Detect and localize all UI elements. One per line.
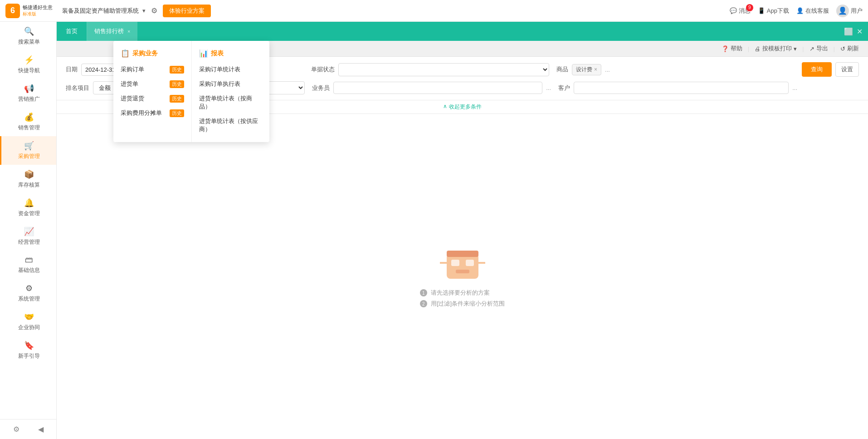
sidebar-item-basic-info[interactable]: 🗃 基础信息 xyxy=(0,251,56,279)
voucher-status-select[interactable] xyxy=(338,63,549,76)
menu-item-incoming-stat-supplier[interactable]: 进货单统计表（按供应商） xyxy=(192,114,270,137)
tab-home[interactable]: 首页 xyxy=(57,22,87,41)
sidebar-item-inventory[interactable]: 📦 库存核算 xyxy=(0,165,56,193)
empty-illustration xyxy=(440,242,485,283)
export-action[interactable]: ↗ 导出 xyxy=(809,44,828,53)
svg-rect-3 xyxy=(466,260,474,266)
empty-svg xyxy=(440,242,485,283)
menu-item-incoming-stat-goods[interactable]: 进货单统计表（按商品） xyxy=(192,91,270,114)
sidebar-label-sales: 销售管理 xyxy=(18,124,40,132)
user-label: 用户 xyxy=(851,7,863,15)
expense-label: 采购费用分摊单 xyxy=(121,109,162,117)
logo-area: 6 畅捷通好生意 标准版 xyxy=(5,4,62,18)
help-action[interactable]: ❓ 帮助 xyxy=(722,44,742,53)
sidebar-item-finance[interactable]: 🔔 资金管理 xyxy=(0,193,56,222)
menu-item-order-exec[interactable]: 采购订单执行表 xyxy=(192,77,270,91)
refresh-action[interactable]: ↺ 刷新 xyxy=(840,44,859,53)
salesperson-ellipsis[interactable]: ... xyxy=(546,84,551,91)
sidebar-item-guide[interactable]: 🔖 新手引导 xyxy=(0,336,56,365)
user-action[interactable]: 👤 用户 xyxy=(836,5,863,17)
purchase-icon: 🛒 xyxy=(24,141,34,151)
purchase-title-text: 采购业务 xyxy=(132,49,158,58)
sidebar-label-cooperation: 企业协同 xyxy=(18,324,40,331)
filter-customer: 客户 ... xyxy=(558,82,797,94)
message-action[interactable]: 💬 消息 9 xyxy=(730,7,751,15)
incoming-stat-goods-label: 进货单统计表（按商品） xyxy=(199,94,263,111)
system-settings-button[interactable]: ⚙ xyxy=(149,5,159,17)
sidebar-label-purchase: 采购管理 xyxy=(18,153,40,160)
empty-dot-2: 2 xyxy=(420,300,427,307)
svg-rect-2 xyxy=(451,260,459,266)
header-middle: 装备及固定资产辅助管理系统 ▾ ⚙ 体验行业方案 xyxy=(62,5,730,17)
tab-restore-button[interactable]: ⬜ xyxy=(844,27,853,36)
logo-text-block: 畅捷通好生意 标准版 xyxy=(23,4,53,17)
sidebar-label-marketing: 营销推广 xyxy=(18,95,40,103)
sidebar-bottom: ⚙ ◀ xyxy=(0,419,56,439)
svg-rect-0 xyxy=(447,254,478,279)
sidebar-label-search-menu: 搜索菜单 xyxy=(18,38,40,46)
menu-item-expense[interactable]: 采购费用分摊单 历史 xyxy=(113,106,191,120)
goods-ellipsis[interactable]: ... xyxy=(605,66,610,73)
sidebar: 🔍 搜索菜单 ⚡ 快捷导航 📢 营销推广 💰 销售管理 🛒 采购管理 📦 xyxy=(0,22,57,439)
collapse-label: 收起更多条件 xyxy=(449,103,482,111)
customer-ellipsis[interactable]: ... xyxy=(792,84,797,91)
menu-item-purchase-order[interactable]: 采购订单 历史 xyxy=(113,62,191,77)
sidebar-collapse-button[interactable]: ◀ xyxy=(36,423,45,435)
tab-bar-right: ⬜ ✕ xyxy=(844,27,868,36)
phone-icon: 📱 xyxy=(758,7,765,14)
sidebar-label-finance: 资金管理 xyxy=(18,210,40,217)
finance-icon: 🔔 xyxy=(24,198,34,208)
sidebar-item-cooperation[interactable]: 🤝 企业协同 xyxy=(0,307,56,336)
rank-label: 排名项目 xyxy=(66,84,89,92)
query-button[interactable]: 查询 xyxy=(802,62,832,77)
divider2: | xyxy=(802,45,804,52)
online-service-label: 在线客服 xyxy=(805,7,829,15)
system-dropdown-button[interactable]: ▾ xyxy=(142,7,146,14)
logo-char: 6 xyxy=(10,6,15,15)
industry-button[interactable]: 体验行业方案 xyxy=(163,5,211,17)
customer-input[interactable] xyxy=(574,82,789,94)
online-service-action[interactable]: 👤 在线客服 xyxy=(796,7,829,15)
refresh-icon: ↺ xyxy=(840,45,845,52)
tab-close-button[interactable]: × xyxy=(127,29,130,34)
filter-goods: 商品 设计费 × ... xyxy=(556,64,795,75)
sidebar-settings-button[interactable]: ⚙ xyxy=(11,423,21,435)
refresh-label: 刷新 xyxy=(847,44,859,53)
sidebar-item-marketing[interactable]: 📢 营销推广 xyxy=(0,79,56,108)
incoming-stat-supplier-label: 进货单统计表（按供应商） xyxy=(199,117,263,133)
quick-nav-icon: ⚡ xyxy=(24,55,34,65)
sidebar-item-operations[interactable]: 📈 经营管理 xyxy=(0,222,56,251)
goods-tag-close[interactable]: × xyxy=(594,66,597,73)
incoming-badge: 历史 xyxy=(170,80,184,88)
sidebar-item-sales[interactable]: 💰 销售管理 xyxy=(0,108,56,136)
expense-badge: 历史 xyxy=(170,109,184,117)
tab-close-all-button[interactable]: ✕ xyxy=(857,27,863,36)
print-action[interactable]: 🖨 按模板打印 ▾ xyxy=(755,44,797,53)
empty-hint-2-text: 用[过滤]条件来缩小分析范围 xyxy=(431,300,505,308)
divider3: | xyxy=(834,45,835,52)
filter-salesperson: 业务员 ... xyxy=(312,82,551,94)
empty-dot-1: 1 xyxy=(420,289,427,296)
menu-item-incoming[interactable]: 进货单 历史 xyxy=(113,77,191,91)
menu-item-return[interactable]: 进货退货 历史 xyxy=(113,91,191,106)
customer-label: 客户 xyxy=(558,84,570,92)
main-layout: 🔍 搜索菜单 ⚡ 快捷导航 📢 营销推广 💰 销售管理 🛒 采购管理 📦 xyxy=(0,22,868,439)
svg-rect-4 xyxy=(456,270,469,273)
sidebar-item-system[interactable]: ⚙ 系统管理 xyxy=(0,279,56,307)
salesperson-input[interactable] xyxy=(333,82,542,94)
app-download-action[interactable]: 📱 App下载 xyxy=(758,7,789,15)
user-avatar: 👤 xyxy=(836,5,849,17)
sidebar-item-quick-nav[interactable]: ⚡ 快捷导航 xyxy=(0,50,56,79)
message-badge: 9 xyxy=(746,4,753,11)
tab-sales-rank[interactable]: 销售排行榜 × xyxy=(87,22,137,41)
purchase-order-badge: 历史 xyxy=(170,66,184,74)
date-label: 日期 xyxy=(66,65,78,74)
app-container: 6 畅捷通好生意 标准版 装备及固定资产辅助管理系统 ▾ ⚙ 体验行业方案 💬 … xyxy=(0,0,868,439)
purchase-col-icon: 📋 xyxy=(121,49,130,58)
tab-bar: 首页 销售排行榜 × ⬜ ✕ xyxy=(57,22,868,41)
menu-item-order-stat[interactable]: 采购订单统计表 xyxy=(192,62,270,77)
filter-settings-button[interactable]: 设置 xyxy=(835,62,859,77)
sidebar-item-purchase[interactable]: 🛒 采购管理 xyxy=(0,136,56,165)
sidebar-item-search-menu[interactable]: 🔍 搜索菜单 xyxy=(0,22,56,50)
help-label: 帮助 xyxy=(731,44,742,53)
